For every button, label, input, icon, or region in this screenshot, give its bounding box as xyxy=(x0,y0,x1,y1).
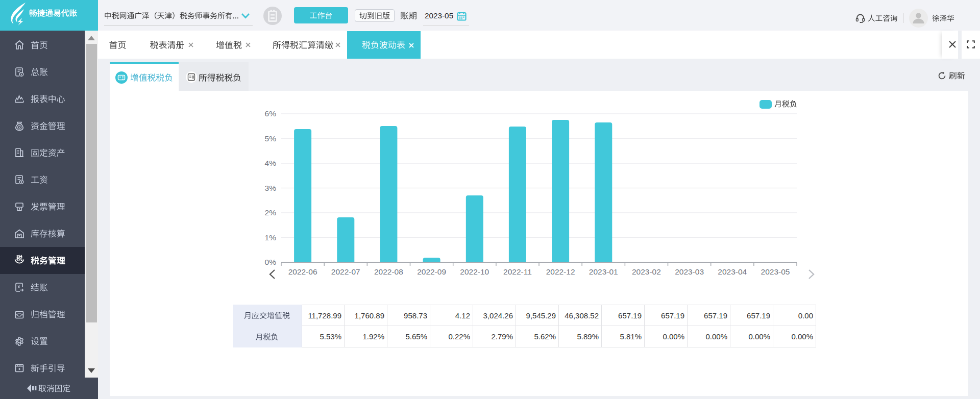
svg-text:2%: 2% xyxy=(265,208,277,217)
svg-text:3%: 3% xyxy=(265,184,277,192)
svg-text:2022-07: 2022-07 xyxy=(331,267,360,276)
svg-text:0%: 0% xyxy=(265,258,277,266)
svg-text:2023-04: 2023-04 xyxy=(718,267,747,276)
svg-text:2023-02: 2023-02 xyxy=(632,267,661,276)
svg-text:5%: 5% xyxy=(265,134,277,143)
svg-text:2022-06: 2022-06 xyxy=(288,267,317,276)
svg-text:2022-12: 2022-12 xyxy=(546,267,575,276)
svg-text:4%: 4% xyxy=(265,159,277,167)
svg-text:1%: 1% xyxy=(265,233,277,242)
svg-text:2022-08: 2022-08 xyxy=(374,267,403,276)
svg-text:6%: 6% xyxy=(265,109,277,118)
svg-text:2022-09: 2022-09 xyxy=(417,267,446,276)
svg-text:2023-05: 2023-05 xyxy=(761,267,790,276)
svg-text:2022-11: 2022-11 xyxy=(503,267,532,276)
svg-text:2023-03: 2023-03 xyxy=(675,267,704,276)
svg-text:2023-01: 2023-01 xyxy=(589,267,618,276)
svg-text:2022-10: 2022-10 xyxy=(460,267,489,276)
